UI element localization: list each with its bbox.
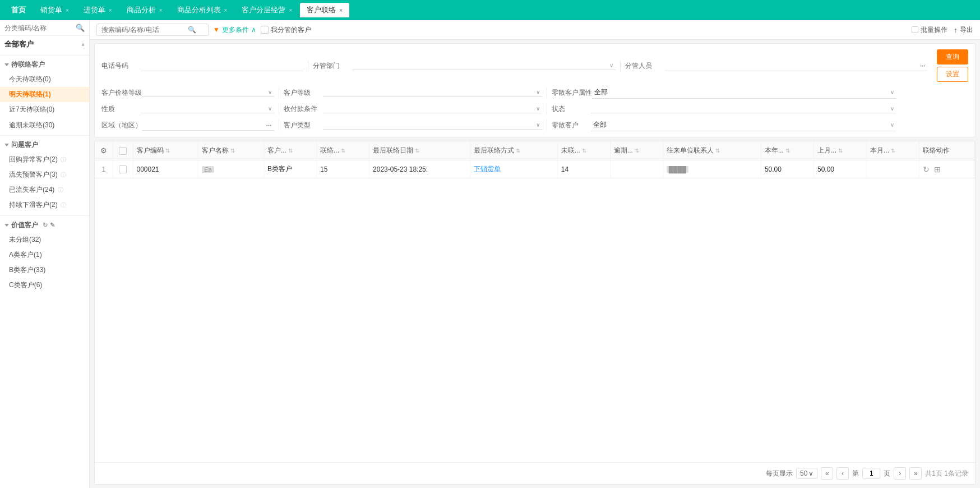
ellipsis-icon[interactable]: ··· (266, 121, 272, 129)
chevron-down-icon: ∨ (536, 89, 540, 95)
refresh-action-icon[interactable]: ↻ (923, 165, 930, 174)
sort-icon: ⇅ (785, 148, 790, 154)
close-icon[interactable]: × (339, 7, 343, 13)
th-name[interactable]: 客户名称⇅ (198, 141, 264, 160)
filter-sparse-attr-select[interactable]: 全部 ∨ (592, 86, 896, 99)
prev-page-btn[interactable]: ‹ (836, 467, 849, 480)
th-settings[interactable]: ⚙ (95, 141, 113, 160)
th-this-month[interactable]: 本月...⇅ (867, 141, 919, 160)
sidebar-group-problem[interactable]: 问题客户 (0, 138, 89, 152)
th-unit-contact[interactable]: 往来单位联系人⇅ (663, 141, 761, 160)
sidebar-item-abnormal[interactable]: 回购异常客户(2) ⓘ (0, 152, 89, 167)
gear-icon[interactable]: ⚙ (100, 146, 107, 155)
sidebar-item-ungrouped[interactable]: 未分组(32) (0, 232, 89, 247)
nav-home[interactable]: 首页 (4, 3, 33, 17)
nav-customer-contact[interactable]: 客户联络 × (300, 3, 349, 17)
filter-payment-select[interactable]: ∨ (323, 104, 542, 113)
close-icon[interactable]: × (159, 7, 163, 13)
td-checkbox[interactable] (113, 160, 133, 178)
filter-dept-select[interactable]: ∨ (352, 61, 616, 70)
checkbox-icon[interactable] (261, 26, 269, 34)
nav-customer-tier[interactable]: 客户分层经营 × (235, 3, 299, 17)
sidebar-item-churn-warn[interactable]: 流失预警客户(3) ⓘ (0, 167, 89, 182)
export-btn[interactable]: ↑ 导出 (954, 25, 974, 35)
grid-action-icon[interactable]: ⊞ (934, 165, 941, 174)
page-input[interactable] (862, 468, 880, 479)
sidebar-search-input[interactable] (4, 24, 73, 32)
my-customers-checkbox[interactable]: 我分管的客户 (261, 25, 311, 35)
query-button[interactable]: 查询 (937, 49, 968, 65)
th-contact[interactable]: 联络...⇅ (316, 141, 369, 160)
chevron-down-icon: ∨ (268, 105, 272, 112)
select-all-checkbox[interactable] (119, 147, 127, 155)
filter-dept-label: 分管部门 (313, 61, 352, 71)
per-page-select[interactable]: 50 ∨ (796, 468, 817, 479)
sidebar-item-class-a[interactable]: A类客户(1) (0, 247, 89, 263)
filter-manager-select[interactable]: ··· (664, 61, 928, 71)
sidebar-group-pending[interactable]: 待联络客户 (0, 58, 89, 72)
sidebar-item-today[interactable]: 今天待联络(0) (0, 72, 89, 87)
bulk-action-btn[interactable]: 批量操作 (912, 25, 947, 35)
th-last-month[interactable]: 上月...⇅ (813, 141, 866, 160)
ellipsis-icon[interactable]: ··· (920, 62, 926, 70)
th-checkbox[interactable] (113, 141, 133, 160)
search-icon[interactable]: 🔍 (188, 26, 196, 34)
more-filter-btn[interactable]: ▼ 更多条件 ∧ (213, 25, 256, 35)
filter-price-level-select[interactable]: ∨ (142, 88, 274, 97)
row-checkbox[interactable] (119, 165, 127, 173)
search-input[interactable] (101, 26, 186, 34)
sidebar-item-7days[interactable]: 近7天待联络(0) (0, 102, 89, 117)
total-text: 共1页 1条记录 (925, 469, 968, 478)
chevron-down-icon: ∨ (609, 62, 613, 68)
filter-nature-select[interactable]: ∨ (141, 104, 274, 113)
th-this-year[interactable]: 本年...⇅ (761, 141, 813, 160)
info-icon: ⓘ (61, 156, 66, 163)
refresh-icon[interactable]: ↻ (43, 222, 48, 229)
sort-icon: ⇅ (230, 148, 235, 154)
nav-product-analysis[interactable]: 商品分析 × (120, 3, 169, 17)
filter-phone-input[interactable] (141, 61, 303, 71)
nav-purchase-order[interactable]: 进货单 × (77, 3, 119, 17)
edit-icon[interactable]: ✎ (50, 222, 55, 229)
info-icon: ⓘ (58, 187, 63, 193)
th-type[interactable]: 客户...⇅ (264, 141, 316, 160)
nav-sales-order[interactable]: 销货单 × (34, 3, 76, 17)
filter-sparse-customer-select[interactable]: 全部 ∨ (591, 119, 896, 131)
th-last-contact-date[interactable]: 最后联络日期⇅ (369, 141, 470, 160)
filter-customer-type-select[interactable]: ∨ (323, 121, 542, 130)
next-page-btn[interactable]: › (894, 467, 906, 480)
sidebar-item-class-b[interactable]: B类客户(33) (0, 263, 89, 278)
td-unit-contact: ████ (663, 160, 761, 178)
reset-button[interactable]: 设置 (937, 67, 968, 82)
last-page-btn[interactable]: » (909, 467, 922, 480)
first-page-btn[interactable]: « (821, 467, 833, 480)
search-icon[interactable]: 🔍 (76, 24, 85, 32)
sidebar-group-value[interactable]: 价值客户 ↻ ✎ (0, 218, 89, 232)
nav-product-analysis-list[interactable]: 商品分析列表 × (170, 3, 234, 17)
table-scroll[interactable]: ⚙ 客户编码⇅ 客户名称⇅ 客 (95, 141, 975, 462)
sidebar-item-overdue[interactable]: 逾期未联络(30) (0, 118, 89, 133)
sidebar-all-customers[interactable]: 全部客户 « (0, 36, 89, 53)
filter-status-select[interactable]: ∨ (591, 104, 896, 113)
filter-region: 区域（地区） ··· (101, 120, 274, 131)
filter-region-select[interactable]: ··· (142, 120, 274, 131)
filter-sparse-customer-label: 零散客户 (552, 121, 591, 130)
chevron-down-icon: ∨ (890, 89, 894, 95)
sidebar-item-churned[interactable]: 已流失客户(24) ⓘ (0, 182, 89, 197)
sidebar-item-declining[interactable]: 持续下滑客户(2) ⓘ (0, 197, 89, 213)
table-row: 1 000021 Ea B类客户 15 2023-05-23 18:25: 下销… (95, 160, 975, 178)
th-overdue[interactable]: 逾期...⇅ (610, 141, 663, 160)
td-last-contact-way[interactable]: 下销货单 (470, 160, 558, 178)
filter-sparse-attr: 零散客户属性 全部 ∨ (552, 86, 896, 99)
filter-customer-level-select[interactable]: ∨ (323, 88, 542, 97)
close-icon[interactable]: × (289, 7, 292, 13)
close-icon[interactable]: × (66, 7, 69, 13)
th-uncontact[interactable]: 未联...⇅ (557, 141, 610, 160)
th-code[interactable]: 客户编码⇅ (133, 141, 198, 160)
info-icon: ⓘ (61, 172, 66, 178)
sidebar-item-tomorrow[interactable]: 明天待联络(1) (0, 87, 89, 102)
close-icon[interactable]: × (109, 7, 112, 13)
sidebar-item-class-c[interactable]: C类客户(6) (0, 278, 89, 293)
close-icon[interactable]: × (224, 7, 228, 13)
th-last-contact-way[interactable]: 最后联络方式⇅ (470, 141, 558, 160)
